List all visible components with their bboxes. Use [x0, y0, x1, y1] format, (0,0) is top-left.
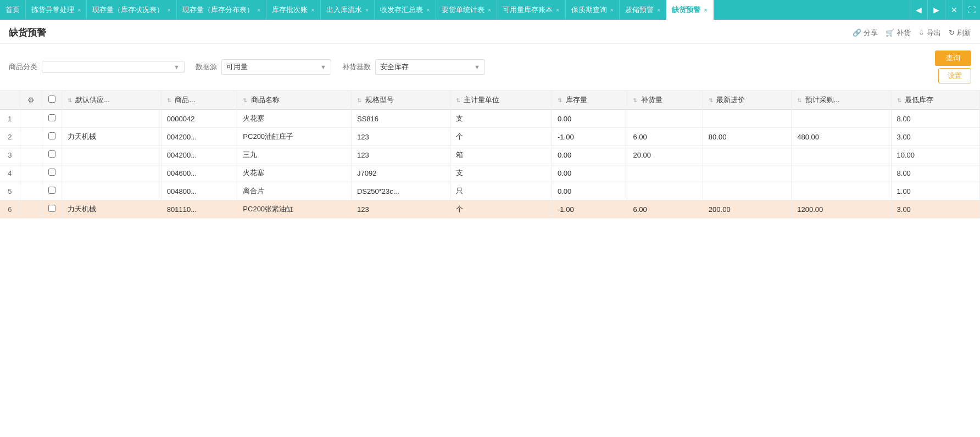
- th-stock[interactable]: ⇅ 库存量: [552, 91, 627, 110]
- sort-icon: ⇅: [357, 97, 361, 103]
- category-label: 商品分类: [9, 62, 37, 72]
- query-button[interactable]: 查询: [935, 51, 971, 66]
- th-latest-price[interactable]: ⇅ 最新进价: [703, 91, 791, 110]
- row-latest-price: [703, 182, 791, 200]
- th-min-stock[interactable]: ⇅ 最低库存: [891, 91, 979, 110]
- row-checkbox[interactable]: [48, 114, 55, 121]
- sort-icon: ⇅: [633, 97, 637, 103]
- nav-next-button[interactable]: ▶: [927, 0, 945, 20]
- th-name[interactable]: ⇅ 商品名称: [237, 91, 352, 110]
- row-unit: 只: [450, 182, 552, 200]
- row-name: 火花塞: [237, 110, 352, 128]
- tab-inout-flow[interactable]: 出入库流水 ×: [321, 0, 375, 20]
- datasource-value: 可用量: [226, 62, 248, 72]
- th-estimated-purchase[interactable]: ⇅ 预计采购...: [792, 91, 891, 110]
- replenish-base-select[interactable]: 安全库存 ▼: [375, 59, 485, 75]
- close-icon[interactable]: ×: [77, 7, 81, 13]
- row-checkbox-cell: [42, 110, 62, 128]
- nav-prev-button[interactable]: ◀: [910, 0, 927, 20]
- tab-picking-exception[interactable]: 拣货异常处理 ×: [26, 0, 87, 20]
- settings-button[interactable]: 设置: [938, 68, 971, 83]
- tab-label: 缺货预警: [672, 5, 700, 15]
- table-row[interactable]: 1 0000042 火花塞 SS816 支 0.00 8.00: [0, 110, 980, 128]
- th-replenish[interactable]: ⇅ 补货量: [627, 91, 703, 110]
- row-latest-price: [703, 146, 791, 164]
- th-settings[interactable]: ⚙: [20, 91, 42, 110]
- row-supplier: [62, 164, 161, 182]
- datasource-select[interactable]: 可用量 ▼: [221, 59, 331, 75]
- table-row[interactable]: 5 004800... 离合片 DS250*23c... 只 0.00 1.00: [0, 182, 980, 200]
- close-icon[interactable]: ×: [365, 7, 369, 13]
- tab-label: 现存量（库存状况表）: [92, 5, 164, 15]
- row-code: 0000042: [161, 110, 237, 128]
- nav-close-button[interactable]: ✕: [945, 0, 962, 20]
- tab-label: 现存量（库存分布表）: [182, 5, 254, 15]
- tab-receive-summary[interactable]: 收发存汇总表 ×: [375, 0, 436, 20]
- share-button[interactable]: 🔗 分享: [853, 28, 878, 38]
- row-unit: 个: [450, 200, 552, 218]
- th-spec[interactable]: ⇅ 规格型号: [351, 91, 450, 110]
- gear-icon[interactable]: ⚙: [27, 96, 35, 104]
- row-min-stock: 1.00: [891, 182, 979, 200]
- row-number: 4: [0, 164, 20, 182]
- table-row[interactable]: 4 004600... 火花塞 J7092 支 0.00 8.00: [0, 164, 980, 182]
- row-code: 004200...: [161, 146, 237, 164]
- tab-expiry-query[interactable]: 保质期查询 ×: [566, 0, 620, 20]
- close-icon[interactable]: ×: [704, 7, 707, 13]
- row-name: PC200张紧油缸: [237, 200, 352, 218]
- table-row[interactable]: 2 力天机械 004200... PC200油缸庄子 123 个 -1.00 6…: [0, 128, 980, 146]
- row-checkbox[interactable]: [48, 187, 55, 194]
- tab-overstock[interactable]: 超储预警 ×: [620, 0, 666, 20]
- row-settings-cell: [20, 128, 42, 146]
- chevron-down-icon: ▼: [474, 64, 480, 70]
- row-estimated-purchase: 480.00: [792, 128, 891, 146]
- tab-demand-stats[interactable]: 要货单统计表 ×: [436, 0, 497, 20]
- replenish-base-label: 补货基数: [342, 62, 371, 72]
- tab-available-ledger[interactable]: 可用量库存账本 ×: [497, 0, 565, 20]
- th-name-label: 商品名称: [251, 96, 280, 104]
- row-checkbox[interactable]: [48, 169, 55, 176]
- tab-stock-status[interactable]: 现存量（库存状况表） ×: [87, 0, 176, 20]
- th-supplier[interactable]: ⇅ 默认供应...: [62, 91, 161, 110]
- replenish-base-value: 安全库存: [380, 62, 409, 72]
- tab-home[interactable]: 首页: [0, 0, 26, 20]
- th-unit[interactable]: ⇅ 主计量单位: [450, 91, 552, 110]
- close-icon[interactable]: ×: [257, 7, 260, 13]
- close-icon[interactable]: ×: [167, 7, 170, 13]
- select-all-checkbox[interactable]: [48, 96, 55, 103]
- row-checkbox[interactable]: [48, 150, 55, 158]
- row-min-stock: 8.00: [891, 110, 979, 128]
- row-settings-cell: [20, 110, 42, 128]
- table-body: 1 0000042 火花塞 SS816 支 0.00 8.00 2 力天机械 0…: [0, 110, 980, 218]
- tab-batch-account[interactable]: 库存批次账 ×: [266, 0, 320, 20]
- th-code[interactable]: ⇅ 商品...: [161, 91, 237, 110]
- category-select[interactable]: ▼: [42, 61, 185, 73]
- top-navigation: 首页 拣货异常处理 × 现存量（库存状况表） × 现存量（库存分布表） × 库存…: [0, 0, 980, 20]
- tab-stock-dist[interactable]: 现存量（库存分布表） ×: [177, 0, 266, 20]
- close-icon[interactable]: ×: [556, 7, 559, 13]
- th-estimated-purchase-label: 预计采购...: [805, 96, 840, 104]
- sort-icon: ⇅: [897, 97, 901, 103]
- close-icon[interactable]: ×: [488, 7, 491, 13]
- page-header: 缺货预警 🔗 分享 🛒 补货 ⇩ 导出 ↻ 刷新: [0, 20, 980, 44]
- th-replenish-label: 补货量: [641, 96, 662, 104]
- row-checkbox[interactable]: [48, 132, 55, 139]
- row-number: 5: [0, 182, 20, 200]
- row-checkbox-cell: [42, 128, 62, 146]
- table-row[interactable]: 6 力天机械 801110... PC200张紧油缸 123 个 -1.00 6…: [0, 200, 980, 218]
- row-checkbox[interactable]: [48, 205, 55, 212]
- refresh-label: 刷新: [957, 28, 971, 38]
- close-icon[interactable]: ×: [657, 7, 660, 13]
- refresh-button[interactable]: ↻ 刷新: [949, 28, 971, 38]
- table-row[interactable]: 3 004200... 三九 123 箱 0.00 20.00 10.00: [0, 146, 980, 164]
- export-icon: ⇩: [918, 29, 925, 37]
- export-button[interactable]: ⇩ 导出: [918, 28, 941, 38]
- close-icon[interactable]: ×: [610, 7, 614, 13]
- row-estimated-purchase: 1200.00: [792, 200, 891, 218]
- nav-expand-button[interactable]: ⛶: [962, 0, 980, 20]
- tab-shortage[interactable]: 缺货预警 ×: [666, 0, 713, 20]
- replenish-button[interactable]: 🛒 补货: [886, 28, 911, 38]
- row-supplier: [62, 110, 161, 128]
- close-icon[interactable]: ×: [311, 7, 314, 13]
- close-icon[interactable]: ×: [426, 7, 430, 13]
